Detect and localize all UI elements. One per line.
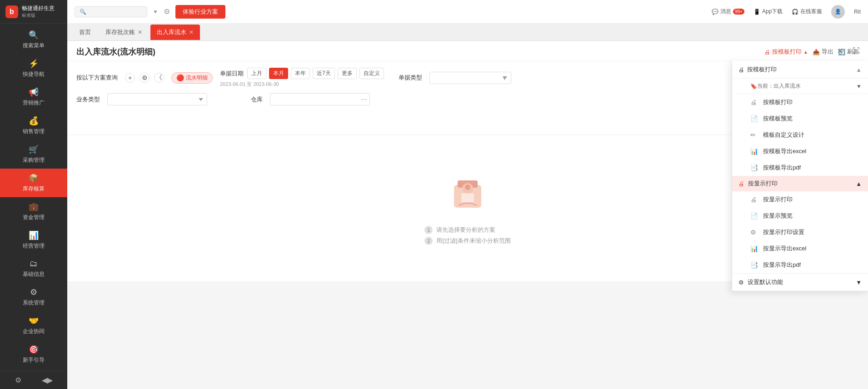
topbar-search-box[interactable]: 🔍	[75, 6, 147, 17]
filter-tag-label: 流水明细	[186, 74, 208, 82]
sidebar-item-collab[interactable]: 🤝 企业协同	[0, 311, 67, 340]
sidebar-label-finance: 资金管理	[23, 214, 45, 221]
warehouse-label: 仓库	[251, 95, 263, 104]
sidebar-item-inventory[interactable]: 📦 库存核算	[0, 169, 67, 197]
display-section-header[interactable]: 🖨 按显示打印 ▲	[732, 176, 868, 191]
empty-tips: 1 请先选择要分析的方案 2 用[过滤]条件来缩小分析范围	[424, 226, 510, 245]
purchase-icon: 🛒	[29, 145, 39, 155]
print-icon: 🖨	[764, 49, 770, 55]
panel-template-export-pdf[interactable]: 📑 按模板导出pdf	[732, 160, 868, 176]
display-excel-icon: 📊	[750, 245, 758, 252]
display-section-chevron: ▲	[856, 180, 862, 187]
voucher-type-select[interactable]	[429, 72, 511, 84]
biz-type-label: 业务类型	[76, 95, 100, 104]
collapse-sidebar-icon[interactable]: ◀▶	[42, 376, 53, 384]
template-excel-label: 按模板导出excel	[763, 147, 806, 155]
footer-settings-icon: ⚙	[738, 279, 744, 286]
sidebar-item-sales[interactable]: 💰 销售管理	[0, 111, 67, 140]
sidebar-label-guide: 新手引导	[23, 356, 45, 364]
app-logo-text: 畅捷通好生意 标准版	[22, 5, 55, 19]
date-filter-label: 单据日期	[220, 70, 244, 78]
sidebar-label-purchase: 采购管理	[23, 156, 45, 164]
app-name: 畅捷通好生意	[22, 5, 55, 12]
panel-template-preview[interactable]: 📄 按模板预览	[732, 110, 868, 127]
tab-flow-label: 出入库流水	[157, 28, 186, 36]
phone-icon: 📱	[753, 9, 760, 15]
display-print-icon: 🖨	[750, 196, 758, 203]
date-btn-more[interactable]: 更多	[338, 68, 357, 79]
message-badge: 99+	[733, 9, 744, 15]
close-window-button[interactable]: ✕	[833, 45, 846, 57]
panel-display-settings[interactable]: ⚙ 按显示打印设置	[732, 224, 868, 240]
tabbar: 首页 库存批次账 ✕ 出入库流水 ✕	[67, 24, 868, 41]
warehouse-more-icon[interactable]: ···	[361, 95, 367, 104]
sidebar-label-sales: 销售管理	[23, 128, 45, 135]
tab-flow-close-icon[interactable]: ✕	[189, 29, 194, 35]
sidebar-item-system[interactable]: ⚙ 系统管理	[0, 283, 67, 311]
date-btn-last-month[interactable]: 上月	[247, 68, 266, 79]
tab-batch-close-icon[interactable]: ✕	[138, 29, 142, 35]
tip-2-number: 2	[424, 237, 433, 245]
footer-arrow-icon: ▼	[856, 279, 862, 286]
topbar-gear-icon[interactable]: ⚙	[164, 7, 170, 16]
search-icon: 🔍	[29, 30, 39, 40]
main-area: 🔍 ▼ ⚙ 体验行业方案 💬 消息 99+ 📱 App下载 🎧 在线客服 👤 R…	[67, 0, 868, 389]
trial-button[interactable]: 体验行业方案	[175, 5, 225, 19]
filter-action-buttons: + ⚙ 《	[125, 73, 164, 83]
template-print-label: 按模板打印	[763, 98, 793, 106]
sidebar-item-base[interactable]: 🗂 基础信息	[0, 254, 67, 283]
content-wrapper: ✕ ⛶ 出入库流水(流水明细) 🖨 按模板打印 ▲ 📤 导出	[67, 41, 868, 389]
panel-display-print[interactable]: 🖨 按显示打印	[732, 191, 868, 208]
sidebar-item-finance[interactable]: 💼 资金管理	[0, 197, 67, 226]
tab-batch[interactable]: 库存批次账 ✕	[99, 25, 149, 40]
username-label[interactable]: Rit	[854, 9, 861, 15]
sidebar-item-operation[interactable]: 📊 经营管理	[0, 226, 67, 254]
filter-settings-button[interactable]: ⚙	[140, 73, 150, 83]
panel-display-preview[interactable]: 📄 按显示预览	[732, 208, 868, 224]
date-btn-this-year[interactable]: 本年	[291, 68, 310, 79]
maximize-window-button[interactable]: ⛶	[850, 45, 863, 57]
panel-display-export-excel[interactable]: 📊 按显示导出excel	[732, 240, 868, 257]
tab-flow[interactable]: 出入库流水 ✕	[150, 25, 200, 40]
voucher-type-label: 单据类型	[399, 74, 422, 82]
topbar-dropdown-arrow[interactable]: ▼	[153, 9, 158, 15]
panel-template-print[interactable]: 🖨 按模板打印	[732, 94, 868, 110]
date-btn-this-month[interactable]: 本月	[269, 68, 288, 79]
template-excel-icon: 📊	[750, 148, 758, 155]
message-button[interactable]: 💬 消息 99+	[712, 8, 744, 15]
panel-chevron-up-icon[interactable]: ▲	[856, 66, 862, 73]
display-preview-icon: 📄	[750, 212, 758, 219]
sidebar-item-shortcut[interactable]: ⚡ 快捷导航	[0, 54, 67, 83]
biz-type-select[interactable]	[107, 93, 207, 105]
message-label: 消息	[720, 8, 731, 15]
user-avatar[interactable]: 👤	[831, 5, 845, 19]
template-print-icon: 🖨	[750, 99, 758, 106]
marketing-icon: 📢	[29, 87, 39, 97]
filter-add-button[interactable]: +	[125, 73, 135, 83]
panel-footer[interactable]: ⚙ 设置默认功能 ▼	[732, 273, 868, 291]
app-download-label: App下载	[762, 8, 783, 15]
settings-bottom-icon[interactable]: ⚙	[15, 376, 21, 384]
date-btn-custom[interactable]: 自定义	[359, 68, 384, 79]
shortcut-icon: ⚡	[29, 59, 39, 69]
online-service-button[interactable]: 🎧 在线客服	[792, 8, 822, 15]
date-btn-7days[interactable]: 近7天	[313, 68, 335, 79]
app-download-button[interactable]: 📱 App下载	[753, 8, 783, 15]
panel-template-custom[interactable]: ✏ 模板自定义设计	[732, 127, 868, 143]
sidebar-item-purchase[interactable]: 🛒 采购管理	[0, 140, 67, 169]
sidebar: b 畅捷通好生意 标准版 🔍 搜索菜单 ⚡ 快捷导航 📢 营销推广 💰 销售管理…	[0, 0, 67, 389]
tab-home[interactable]: 首页	[73, 25, 97, 40]
panel-current-item: 🔖 当前：出入库流水 ▼	[732, 79, 868, 94]
panel-template-export-excel[interactable]: 📊 按模板导出excel	[732, 143, 868, 160]
sidebar-item-marketing[interactable]: 📢 营销推广	[0, 83, 67, 111]
inventory-icon: 📦	[29, 173, 39, 183]
filter-collapse-button[interactable]: 《	[154, 73, 164, 83]
message-icon: 💬	[712, 9, 718, 15]
print-template-button[interactable]: 🖨 按模板打印 ▲	[764, 48, 808, 56]
tip-1-number: 1	[424, 226, 433, 234]
sidebar-item-search[interactable]: 🔍 搜索菜单	[0, 25, 67, 54]
warehouse-input[interactable]	[270, 93, 370, 105]
sidebar-item-guide[interactable]: 🎯 新手引导	[0, 340, 67, 369]
panel-display-export-pdf[interactable]: 📑 按显示导出pdf	[732, 257, 868, 273]
filter-tag-shuimingxi[interactable]: 🔴 流水明细	[171, 72, 213, 84]
